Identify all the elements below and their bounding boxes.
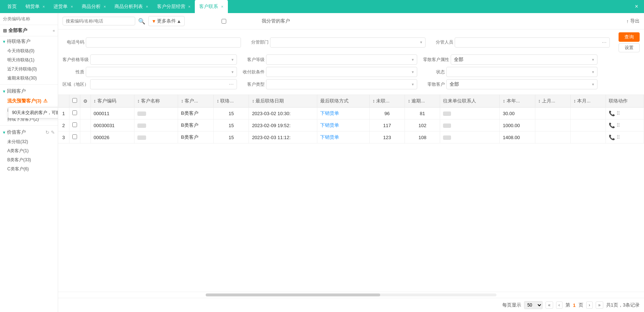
search-input[interactable] — [63, 17, 135, 25]
edit-icon[interactable]: ✎ — [51, 130, 55, 135]
close-product-list-tab[interactable]: × — [146, 0, 148, 13]
query-button[interactable]: 查询 — [619, 32, 640, 42]
close-sales-tab[interactable]: × — [43, 0, 45, 13]
nav-product-list[interactable]: 商品分析列表 × — [110, 0, 152, 13]
th-settings[interactable]: ⚙ — [80, 95, 90, 108]
nav-customer-contact[interactable]: 客户联系 × — [195, 0, 228, 13]
nav-purchase[interactable]: 进货单 × — [49, 0, 77, 13]
review-group-label: 回顾客户 — [7, 88, 26, 94]
status-select[interactable]: ▾ — [446, 67, 597, 77]
sidebar-item-classB[interactable]: B类客户(33) — [0, 155, 58, 165]
more-conditions-btn[interactable]: ▼ 更多条件 ▲ — [148, 16, 185, 26]
setting-button[interactable]: 设置 — [619, 43, 640, 52]
filter-dept: 分管部门 ▾ — [247, 37, 425, 48]
scrollbar-thumb[interactable] — [206, 293, 380, 296]
row-checkbox[interactable] — [72, 122, 77, 127]
nav-product-analysis[interactable]: 商品分析 × — [77, 0, 110, 13]
sidebar-item-churn-warning[interactable]: 流失预警客户(3) ⚠ — [0, 96, 58, 106]
first-page-btn[interactable]: « — [546, 301, 553, 309]
nature-select[interactable]: ▾ — [86, 67, 237, 77]
manager-select[interactable]: ··· — [455, 37, 610, 48]
close-customer-tier-tab[interactable]: × — [188, 0, 190, 13]
region-label: 区域（地区） — [63, 81, 89, 88]
warning-icon: ⚠ — [43, 98, 48, 104]
per-page-select[interactable]: 50 100 200 — [524, 301, 543, 309]
sidebar-item-classC[interactable]: C类客户(6) — [0, 165, 58, 174]
close-window-btn[interactable]: × — [632, 3, 641, 10]
price-level-select[interactable]: ▾ — [90, 54, 237, 65]
sidebar-search-input[interactable] — [3, 16, 57, 21]
th-seq — [58, 95, 69, 108]
cell-contact: 15 — [214, 108, 249, 119]
row-checkbox[interactable] — [72, 134, 77, 139]
next-page-btn[interactable]: › — [586, 301, 593, 309]
table-row: 1 000011 B类客户 15 2023-03-02 10:30: 下销货单 … — [58, 108, 644, 119]
cell-this-month — [570, 131, 605, 143]
manager-dots-icon[interactable]: ··· — [602, 39, 607, 46]
th-uncontacted: ↕ 未联... — [370, 95, 405, 108]
sidebar-item-ungrouped[interactable]: 未分组(32) — [0, 137, 58, 146]
cell-name — [134, 131, 178, 143]
close-product-analysis-tab[interactable]: × — [104, 0, 106, 13]
sidebar-all-customers[interactable]: ⊞ 全部客户 « — [0, 25, 58, 36]
close-purchase-tab[interactable]: × — [71, 0, 73, 13]
scatter-attr-select[interactable]: 全部 ▾ — [451, 54, 597, 65]
per-page-label: 每页显示 — [502, 302, 521, 308]
unit-contact-blurred — [443, 135, 451, 140]
nav-sales[interactable]: 销货单 × — [21, 0, 49, 13]
cell-last-month — [535, 119, 570, 131]
phone-action-icon[interactable]: 📞 — [609, 110, 615, 116]
sidebar-group-value[interactable]: ▾ 价值客户 ↻ ✎ — [0, 127, 58, 137]
collapse-sidebar-btn[interactable]: « — [53, 28, 55, 33]
nature-arrow-icon: ▾ — [232, 70, 234, 74]
row-checkbox[interactable] — [72, 110, 77, 115]
phone-input[interactable] — [86, 37, 241, 48]
sidebar-group-pending[interactable]: ▾ 待联络客户 — [0, 36, 58, 46]
filter-manager: 分管人员 ··· — [431, 37, 610, 48]
cell-empty — [80, 119, 90, 131]
more-action-icon[interactable]: ⠿ — [616, 110, 620, 116]
nav-home[interactable]: 首页 — [3, 0, 21, 13]
dept-select[interactable]: ▾ — [270, 37, 425, 48]
filter-payment: 收付款条件 ▾ — [243, 67, 417, 77]
search-button[interactable]: 🔍 — [138, 18, 145, 25]
main-layout: 🔍 ⊞ 全部客户 « ▾ 待联络客户 今天待联络(0) 明天待联络(1) 近7天… — [0, 13, 644, 312]
customer-type-select[interactable]: ▾ — [266, 79, 417, 89]
scrollbar-track — [206, 293, 496, 296]
sidebar-group-review[interactable]: ▾ 回顾客户 — [0, 86, 58, 96]
filter-phone: 电话号码 — [63, 37, 241, 48]
more-action-icon[interactable]: ⠿ — [616, 134, 620, 140]
last-page-btn[interactable]: » — [596, 301, 603, 309]
export-btn[interactable]: ↑ 导出 — [627, 18, 640, 24]
phone-action-icon[interactable]: 📞 — [609, 122, 615, 128]
customer-level-select[interactable]: ▾ — [266, 54, 417, 65]
content-area: 🔍 ▼ 更多条件 ▲ 我分管的客户 ↑ 导出 电话号码 — [58, 13, 644, 312]
sidebar-item-overdue[interactable]: 逾期未联络(30) — [0, 74, 58, 83]
value-group-label: 价值客户 — [7, 129, 26, 135]
select-all-checkbox[interactable] — [72, 98, 77, 103]
cell-contact: 15 — [214, 131, 249, 143]
payment-select[interactable]: ▾ — [266, 67, 417, 77]
scatter-customer-select[interactable]: 全部 ▾ — [446, 79, 597, 89]
payment-arrow-icon: ▾ — [412, 70, 414, 74]
nav-customer-tier[interactable]: 客户分层经营 × — [153, 0, 195, 13]
total-info: 共1页，3条记录 — [606, 302, 640, 308]
prev-page-btn[interactable]: ‹ — [556, 301, 563, 309]
cell-uncontacted: 96 — [370, 108, 405, 119]
cell-last-month — [535, 108, 570, 119]
close-customer-contact-tab[interactable]: × — [221, 0, 223, 13]
more-action-icon[interactable]: ⠿ — [616, 122, 620, 128]
sidebar-item-7days[interactable]: 近7天待联络(0) — [0, 65, 58, 74]
th-this-year: ↕ 本年... — [500, 95, 535, 108]
my-customers-checkbox[interactable] — [188, 19, 260, 24]
sidebar-item-tomorrow[interactable]: 明天待联络(1) — [0, 56, 58, 65]
sidebar-item-today[interactable]: 今天待联络(0) — [0, 46, 58, 56]
sidebar-item-classA[interactable]: A类客户(1) — [0, 146, 58, 155]
refresh-icon[interactable]: ↻ — [45, 130, 49, 135]
horizontal-scrollbar[interactable] — [58, 292, 644, 298]
region-select[interactable]: ··· — [90, 79, 237, 89]
region-dots-icon[interactable]: ··· — [229, 81, 234, 88]
my-customers-filter[interactable]: 我分管的客户 — [188, 18, 290, 24]
phone-action-icon[interactable]: 📞 — [609, 134, 615, 140]
customer-name-blurred — [137, 135, 146, 140]
